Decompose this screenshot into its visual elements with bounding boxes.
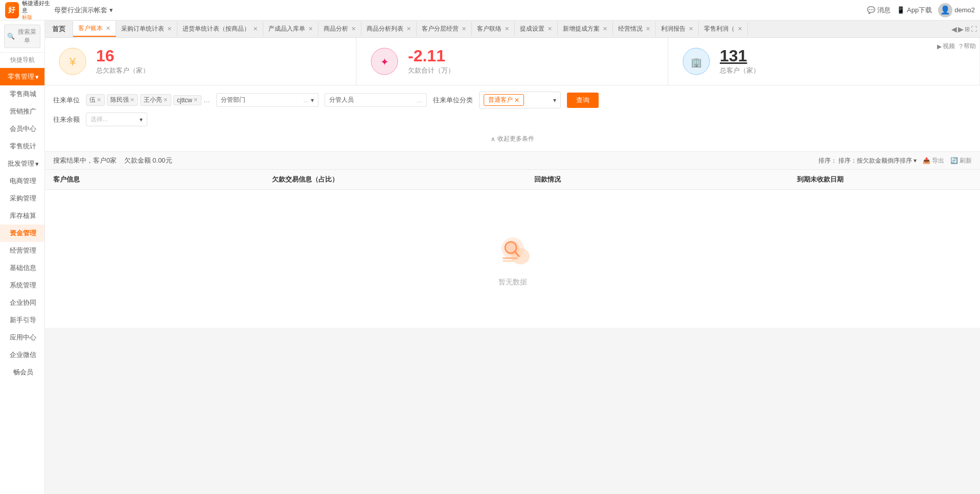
sidebar-item-basic-info[interactable]: 基础信息 [0, 259, 44, 277]
col-header-customer: 客户信息 [53, 175, 272, 184]
sidebar-item-enterprise-collab[interactable]: 企业协同 [0, 294, 44, 311]
tab-customer-contact[interactable]: 客户联络 ✕ [472, 21, 515, 36]
sidebar-item-app-center[interactable]: 应用中心 [0, 329, 44, 346]
sort-select[interactable]: 排序： 排序：按欠款金额倒序排序 ▾ [818, 156, 917, 165]
sidebar-item-retail-mgmt[interactable]: 零售管理▾ [0, 68, 44, 85]
refresh-btn[interactable]: 🔄 刷新 [950, 156, 972, 165]
stat-label-customers: 总欠款客户（家） [96, 66, 149, 75]
query-button[interactable]: 查询 [567, 93, 599, 108]
sidebar-item-marketing[interactable]: 营销推广 [0, 103, 44, 120]
stat-info-3: 131 总客户（家） [720, 48, 760, 75]
sidebar-item-new-user-guide[interactable]: 新手引导 [0, 311, 44, 329]
filter-more-tags[interactable]: … [203, 96, 210, 104]
stats-header: ¥ 16 总欠款客户（家） ✦ [45, 38, 980, 85]
stat-block-debt: ✦ -2.11 欠款合计（万） [356, 38, 668, 85]
collapse-btn[interactable]: ∧ 收起更多条件 [53, 132, 972, 145]
tab-close-icon[interactable]: ✕ [738, 26, 742, 32]
sidebar-item-operations[interactable]: 经营管理 [0, 242, 44, 259]
tab-close-icon[interactable]: ✕ [253, 26, 258, 32]
help-btn[interactable]: ? 帮助 [959, 42, 976, 51]
tab-close-icon[interactable]: ✕ [603, 26, 607, 32]
stat-block-total: 🏢 131 总客户（家） [668, 38, 980, 85]
sidebar-item-ecommerce[interactable]: 电商管理 [0, 172, 44, 190]
sidebar-item-batch-mgmt[interactable]: 批发管理▾ [0, 155, 44, 172]
tab-close-icon[interactable]: ✕ [308, 26, 313, 32]
sidebar-item-retail-stats[interactable]: 零售统计 [0, 138, 44, 155]
sidebar-quick-nav[interactable]: 快捷导航 [0, 53, 44, 68]
refresh-icon: 🔄 [950, 157, 958, 164]
tab-retail-profit[interactable]: 零售利润（ ✕ [699, 21, 748, 36]
company-selector[interactable]: 母婴行业演示帐套 ▾ [54, 6, 113, 15]
col-header-date: 到期未收款日期 [797, 175, 972, 184]
tab-promotion-settings[interactable]: 提成设置 ✕ [515, 21, 558, 36]
export-icon: 📤 [923, 157, 930, 164]
stat-value-debt: -2.11 [408, 48, 454, 64]
category-close-icon[interactable]: ✕ [514, 97, 519, 104]
tab-close-icon[interactable]: ✕ [548, 26, 552, 32]
tag-close-chenminqiang[interactable]: ✕ [130, 97, 134, 103]
tab-close-icon[interactable]: ✕ [406, 26, 411, 32]
stat-icon-3: 🏢 [681, 46, 712, 77]
export-btn[interactable]: 📤 导出 [923, 156, 944, 165]
data-table: 客户信息 欠款交易信息（占比） 回款情况 到期未收款日期 [45, 170, 980, 328]
tab-operations-status[interactable]: 经营情况 ✕ [613, 21, 656, 36]
tab-close-icon[interactable]: ✕ [351, 26, 356, 32]
tab-expand-icon[interactable]: ⊞ [965, 26, 970, 33]
tab-close-icon[interactable]: ✕ [462, 26, 466, 32]
unit-category-select[interactable]: 普通客户 ✕ ▾ [479, 92, 561, 108]
tab-close-icon[interactable]: ✕ [167, 26, 172, 32]
tag-wangxiaoliang: 王小亮 ✕ [140, 94, 171, 106]
tab-product-cost[interactable]: 产成品入库单 ✕ [263, 21, 318, 36]
tag-close-wu[interactable]: ✕ [97, 97, 101, 103]
person-select[interactable]: 分管人员 … [325, 93, 427, 107]
svg-text:¥: ¥ [69, 55, 76, 68]
tab-customer-receivables[interactable]: 客户账本 ✕ [73, 21, 116, 37]
main-layout: 🔍 搜索菜单 快捷导航 零售管理▾ 零售商城 营销推广 会员中心 零售统计 批发… [0, 20, 980, 494]
tab-fullscreen-icon[interactable]: ⛶ [971, 26, 977, 33]
tag-close-cjttcw[interactable]: ✕ [193, 97, 198, 103]
sidebar-item-vip-member[interactable]: 畅会员 [0, 364, 44, 381]
svg-rect-12 [503, 260, 514, 262]
sidebar-item-retail-mall[interactable]: 零售商城 [0, 85, 44, 103]
tab-close-icon[interactable]: ✕ [646, 26, 650, 32]
dept-select[interactable]: 分管部门 … ▾ [216, 93, 318, 107]
tab-profit-report[interactable]: 利润报告 ✕ [656, 21, 699, 36]
sidebar-item-inventory[interactable]: 库存核算 [0, 207, 44, 224]
chevron-down-icon: ▾ [311, 97, 314, 104]
tab-new-promotion-plan[interactable]: 新增提成方案 ✕ [558, 21, 613, 36]
tab-close-icon[interactable]: ✕ [106, 25, 110, 32]
chevron-up-icon: ∧ [491, 136, 495, 143]
table-header: 客户信息 欠款交易信息（占比） 回款情况 到期未收款日期 [45, 170, 980, 190]
video-help-btn[interactable]: ▶ 视频 [937, 42, 955, 51]
unit-label: 往来单位 [53, 96, 80, 105]
user-menu[interactable]: 👤 demo2 [938, 3, 975, 17]
balance-select[interactable]: 选择... ▾ [86, 113, 147, 126]
search-menu-btn[interactable]: 🔍 搜索菜单 [4, 25, 40, 48]
tab-next-icon[interactable]: ▶ [958, 25, 964, 33]
tab-goods-analysis-list[interactable]: 商品分析列表 ✕ [361, 21, 417, 36]
filter-section: 往来单位 伍 ✕ 陈民强 ✕ 王小亮 ✕ [45, 85, 980, 152]
sidebar-item-purchase[interactable]: 采购管理 [0, 190, 44, 207]
sidebar-item-sys-mgmt[interactable]: 系统管理 [0, 277, 44, 294]
sidebar-item-member-center[interactable]: 会员中心 [0, 120, 44, 138]
stat-icon-2: ✦ [369, 46, 400, 77]
tag-close-wangxiaoliang[interactable]: ✕ [163, 97, 168, 103]
filter-row-1: 往来单位 伍 ✕ 陈民强 ✕ 王小亮 ✕ [53, 92, 972, 108]
top-bar-right: 💬 消息 📱 App下载 👤 demo2 [867, 3, 975, 17]
tab-prev-icon[interactable]: ◀ [951, 25, 957, 33]
tab-customer-segment[interactable]: 客户分层经营 ✕ [417, 21, 472, 36]
app-download-btn[interactable]: 📱 App下载 [897, 6, 932, 15]
tab-close-icon[interactable]: ✕ [689, 26, 693, 32]
sidebar-item-enterprise-wechat[interactable]: 企业微信 [0, 346, 44, 364]
stat-value-customers: 16 [96, 48, 149, 64]
tag-wu: 伍 ✕ [86, 94, 105, 106]
tab-goods-analysis[interactable]: 商品分析 ✕ [318, 21, 361, 36]
tab-inventory-stats[interactable]: 进货单统计表（按商品） ✕ [177, 21, 263, 36]
chevron-down-icon: ▾ [140, 116, 143, 123]
tab-close-icon[interactable]: ✕ [505, 26, 509, 32]
filter-row-2: 往来余额 选择... ▾ [53, 113, 972, 126]
tab-purchase-order-stats[interactable]: 采购订单统计表 ✕ [116, 21, 177, 36]
tab-home[interactable]: 首页 [45, 21, 73, 37]
sidebar-item-finance[interactable]: 资金管理 [0, 224, 44, 242]
message-btn[interactable]: 💬 消息 [867, 6, 891, 15]
